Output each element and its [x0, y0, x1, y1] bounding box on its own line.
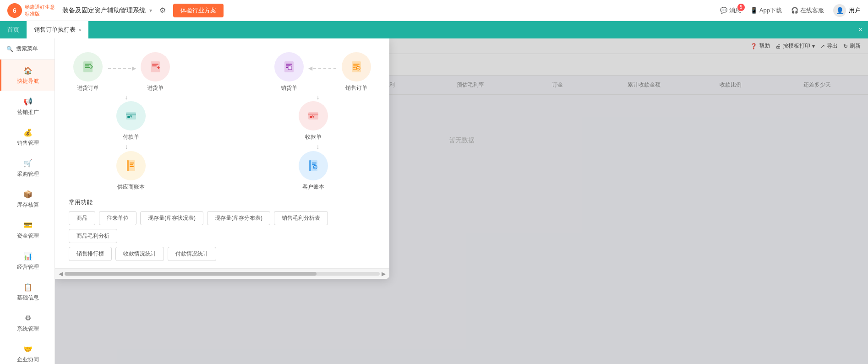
func-btn-sales-rank[interactable]: 销售排行榜: [69, 247, 112, 261]
sidebar-item-finance[interactable]: 💳 资金管理: [0, 214, 55, 245]
flow-down2: ↓ ↓: [69, 143, 376, 150]
flow-node-purchase-order[interactable]: 进货订单: [73, 52, 103, 92]
s6: [146, 143, 299, 150]
svg-rect-5: [152, 64, 158, 65]
svg-rect-31: [312, 163, 317, 163]
sales-bill-circle: [274, 52, 304, 81]
spacer-mid: [146, 94, 299, 100]
svg-rect-28: [130, 166, 134, 167]
func-btn-sales-profit[interactable]: 销售毛利分析表: [274, 211, 328, 225]
home-icon: 🏠: [22, 65, 33, 76]
sidebar-item-sales[interactable]: 💰 销售管理: [0, 121, 55, 152]
tab-home[interactable]: 首页: [0, 21, 27, 38]
spacer-right: [337, 94, 376, 100]
svg-rect-0: [83, 61, 93, 72]
system-title: 装备及固定资产辅助管理系统: [62, 6, 146, 15]
sales-order-circle: [342, 52, 371, 81]
s7: [337, 143, 376, 150]
close-all-tabs-button[interactable]: ×: [858, 26, 863, 34]
supplier-ledger-circle: [116, 151, 146, 180]
func-btn-goods-profit[interactable]: 商品毛利分析: [69, 229, 117, 243]
arrow-down-receipt: ↓: [299, 143, 337, 150]
marketing-icon: 📢: [22, 96, 33, 107]
receipt-circle: ¥: [299, 101, 328, 130]
trial-button[interactable]: 体验行业方案: [173, 4, 224, 17]
logo-text: 畅康通好生意 标准版: [25, 4, 55, 17]
basic-info-icon: 📋: [22, 282, 33, 293]
flow-ledger-row: 供应商账本: [69, 151, 376, 191]
sidebar-item-system[interactable]: ⚙ 系统管理: [0, 307, 55, 338]
sidebar-search-area: 🔍 搜索菜单: [0, 38, 55, 60]
popup-content: 进货订单 ▶: [55, 38, 389, 268]
top-header: 6 畅康通好生意 标准版 装备及固定资产辅助管理系统 ▾ ⚙ 体验行业方案 💬 …: [0, 0, 868, 21]
svg-text:¥: ¥: [312, 114, 315, 119]
purchase-bill-circle: [141, 52, 170, 81]
flow-diagram: 进货订单 ▶: [69, 52, 376, 191]
scrollbar-thumb[interactable]: [65, 272, 317, 276]
logo-icon: 6: [7, 3, 22, 18]
arrow-down-sales: ↓: [299, 94, 337, 100]
system-title-area: 装备及固定资产辅助管理系统 ▾ ⚙ 体验行业方案: [62, 4, 720, 17]
sidebar: 🔍 搜索菜单 🏠 快捷导航 📢 营销推广 💰 销售管理 🛒 采购管理 📦 库存核…: [0, 38, 55, 364]
flow-node-sales-bill[interactable]: 销货单: [274, 52, 304, 92]
main-layout: 🔍 搜索菜单 🏠 快捷导航 📢 营销推广 💰 销售管理 🛒 采购管理 📦 库存核…: [0, 38, 868, 364]
dropdown-arrow-icon[interactable]: ▾: [149, 7, 152, 14]
flow-top-row: 进货订单 ▶: [69, 52, 376, 92]
func-btn-stock-status[interactable]: 现存量(库存状况表): [140, 211, 203, 225]
func-btn-partner[interactable]: 往来单位: [99, 211, 136, 225]
svg-rect-1: [85, 64, 91, 65]
svg-rect-27: [130, 164, 133, 165]
sidebar-item-basic-info[interactable]: 📋 基础信息: [0, 276, 55, 307]
search-icon: 🔍: [6, 46, 13, 52]
sidebar-item-inventory[interactable]: 📦 库存核算: [0, 183, 55, 214]
arrow-purchase-to-bill: ▶: [107, 65, 136, 71]
func-btn-stock-dist[interactable]: 现存量(库存分布表): [207, 211, 270, 225]
flow-node-sales-order[interactable]: 销售订单: [342, 52, 371, 92]
svg-rect-26: [130, 163, 134, 163]
tab-close-icon[interactable]: ×: [78, 27, 81, 33]
flow-payment-row: ¥ 付款单: [69, 101, 376, 141]
phone-icon: 📱: [750, 7, 758, 14]
search-menu-button[interactable]: 🔍 搜索菜单: [4, 43, 51, 54]
message-icon: 💬: [720, 7, 727, 14]
app-download-button[interactable]: 📱 App下载: [750, 6, 782, 15]
purchase-icon: 🛒: [22, 158, 33, 169]
sidebar-item-marketing[interactable]: 📢 营销推广: [0, 91, 55, 122]
sidebar-item-purchase[interactable]: 🛒 采购管理: [0, 152, 55, 184]
tab-sales-order-exec[interactable]: 销售订单执行表 ×: [27, 21, 88, 38]
arrow-down-purchase: ↓: [107, 94, 146, 100]
scroll-right-button[interactable]: ▶: [382, 271, 386, 277]
svg-rect-25: [127, 160, 129, 171]
flow-node-purchase-bill[interactable]: 进货单: [141, 52, 170, 92]
message-button[interactable]: 💬 消息 5: [720, 6, 741, 15]
content-area: ❓ 帮助 🖨 按模板打印 ▾ ↗ 导出 ↻ 刷新 📅 —: [55, 38, 868, 364]
popup-scrollbar: ◀ ▶: [55, 268, 389, 279]
scroll-left-button[interactable]: ◀: [59, 271, 63, 277]
flow-node-payment[interactable]: ¥ 付款单: [112, 101, 150, 141]
func-btn-payment-stat[interactable]: 付款情况统计: [168, 247, 216, 261]
operation-icon: 📊: [22, 251, 33, 262]
svg-text:¥: ¥: [130, 114, 132, 119]
overlay[interactable]: 进货订单 ▶: [55, 38, 868, 364]
flow-node-receipt[interactable]: ¥ 收款单: [294, 101, 333, 141]
sidebar-item-quick-nav[interactable]: 🏠 快捷导航: [0, 60, 55, 91]
finance-icon: 💳: [22, 220, 33, 231]
flow-node-customer-ledger[interactable]: 客户账本: [294, 151, 333, 191]
settings-icon[interactable]: ⚙: [159, 6, 166, 15]
tab-bar: 首页 销售订单执行表 × ×: [0, 21, 868, 38]
user-area[interactable]: 👤 用户: [833, 4, 861, 17]
flow-node-supplier-ledger[interactable]: 供应商账本: [112, 151, 150, 191]
functions-section: 常用功能 商品 往来单位 现存量(库存状况表) 现存量(库存分布表) 销售毛利分…: [69, 198, 376, 261]
message-badge: 5: [737, 4, 745, 11]
header-right: 💬 消息 5 📱 App下载 🎧 在线客服 👤 用户: [720, 4, 861, 17]
scrollbar-track[interactable]: [65, 272, 380, 276]
sidebar-item-enterprise[interactable]: 🤝 企业协同: [0, 338, 55, 364]
func-btn-goods[interactable]: 商品: [69, 211, 95, 225]
sidebar-item-operation[interactable]: 📊 经营管理: [0, 245, 55, 277]
functions-title: 常用功能: [69, 198, 376, 206]
func-btn-receipt-stat[interactable]: 收款情况统计: [115, 247, 164, 261]
functions-grid-2: 销售排行榜 收款情况统计 付款情况统计: [69, 247, 376, 261]
user-avatar: 👤: [833, 4, 846, 17]
svg-rect-3: [85, 67, 90, 68]
service-button[interactable]: 🎧 在线客服: [791, 6, 824, 15]
